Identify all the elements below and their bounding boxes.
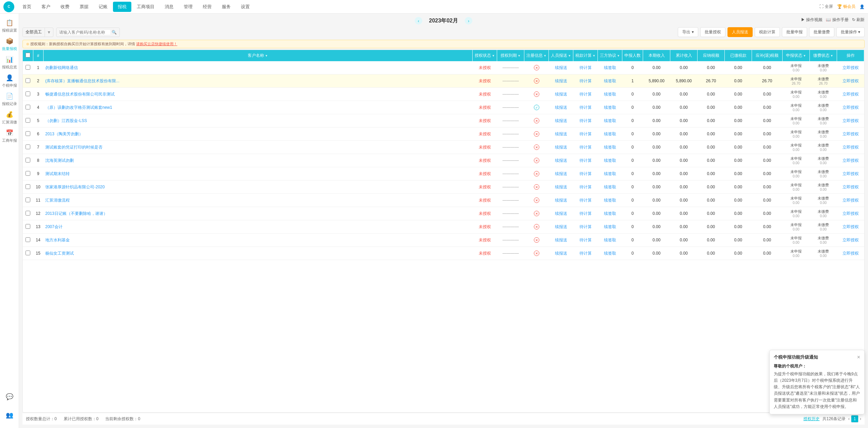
action-link[interactable]: 立即授权 [842, 185, 859, 189]
fullscreen-btn[interactable]: ⛶ 全屏 [819, 4, 833, 10]
tax-calc-link[interactable]: 待计算 [579, 185, 592, 189]
row-checkbox[interactable] [26, 237, 30, 242]
tri-link[interactable]: 续签取 [604, 158, 616, 163]
tax-calc-link[interactable]: 待计算 [579, 238, 592, 242]
row-tri-cell[interactable]: 续签取 [598, 194, 622, 207]
row-action-cell[interactable]: 立即授权 [837, 194, 864, 207]
row-checkbox[interactable] [26, 105, 30, 109]
tri-link[interactable]: 续签取 [604, 185, 616, 189]
prev-page-btn[interactable]: ‹ [848, 416, 850, 421]
row-action-cell[interactable]: 立即授权 [837, 74, 864, 88]
tax-calc-link[interactable]: 待计算 [579, 118, 592, 123]
nav-manage[interactable]: 管理 [179, 2, 197, 12]
action-link[interactable]: 立即授权 [842, 65, 859, 70]
tax-calc-link[interactable]: 待计算 [579, 251, 592, 256]
row-tri-cell[interactable]: 续签取 [598, 74, 622, 88]
action-link[interactable]: 立即授权 [842, 158, 859, 163]
name-filter-icon[interactable]: ▼ [265, 54, 268, 57]
row-action-cell[interactable]: 立即授权 [837, 207, 864, 220]
sidebar-item-tax-settings[interactable]: 📋 报税设置 [1, 17, 18, 35]
row-person-report-cell[interactable]: 续报送 [549, 88, 573, 101]
action-link[interactable]: 立即授权 [842, 79, 859, 83]
row-tri-cell[interactable]: 续签取 [598, 88, 622, 101]
tax-calc-link[interactable]: 待计算 [579, 198, 592, 203]
person-report-link[interactable]: 续报送 [555, 145, 567, 150]
nav-fee[interactable]: 收费 [56, 2, 74, 12]
sidebar-item-contacts[interactable]: 👥 [1, 406, 18, 424]
row-tri-cell[interactable]: 续签取 [598, 207, 622, 220]
sidebar-item-annual-report[interactable]: 📅 工商年报 [1, 127, 18, 145]
row-tax-calc-cell[interactable]: 待计算 [573, 101, 598, 114]
row-action-cell[interactable]: 立即授权 [837, 101, 864, 114]
row-person-report-cell[interactable]: 续报送 [549, 101, 573, 114]
operation-manual-link[interactable]: 📖 操作手册 [826, 17, 848, 23]
search-input[interactable] [59, 30, 110, 35]
row-checkbox[interactable] [26, 184, 30, 189]
nav-business[interactable]: 工商项目 [132, 2, 159, 12]
page-number[interactable]: 1 [851, 415, 858, 423]
next-month-button[interactable]: › [465, 17, 472, 24]
person-report-link[interactable]: 续报送 [555, 251, 567, 256]
batch-ops-button[interactable]: 批量操作 ▾ [836, 27, 865, 37]
row-checkbox[interactable] [26, 65, 30, 70]
row-tri-cell[interactable]: 续签取 [598, 154, 622, 167]
nav-settings[interactable]: 设置 [236, 2, 255, 12]
tax-calc-link[interactable]: 待计算 [579, 145, 592, 150]
action-link[interactable]: 立即授权 [842, 118, 859, 123]
row-person-report-cell[interactable]: 续报送 [549, 141, 573, 154]
row-person-report-cell[interactable]: 续报送 [549, 247, 573, 260]
person-report-link[interactable]: 续报送 [555, 238, 567, 242]
row-tax-calc-cell[interactable]: 待计算 [573, 88, 598, 101]
tri-link[interactable]: 续签取 [604, 224, 616, 229]
batch-auth-button[interactable]: 批量授权 [700, 27, 725, 37]
row-checkbox[interactable] [26, 198, 30, 202]
tri-link[interactable]: 续签取 [604, 171, 616, 176]
tri-link[interactable]: 续签取 [604, 79, 616, 83]
action-link[interactable]: 立即授权 [842, 211, 859, 216]
action-link[interactable]: 立即授权 [842, 251, 859, 256]
tri-link[interactable]: 续签取 [604, 145, 616, 150]
row-action-cell[interactable]: 立即授权 [837, 220, 864, 234]
person-report-link[interactable]: 续报送 [555, 185, 567, 189]
row-checkbox[interactable] [26, 144, 30, 149]
popup-close-button[interactable]: × [857, 354, 860, 360]
action-link[interactable]: 立即授权 [842, 224, 859, 229]
row-person-report-cell[interactable]: 续报送 [549, 207, 573, 220]
row-tax-calc-cell[interactable]: 待计算 [573, 74, 598, 88]
refresh-button[interactable]: ↻ 刷新 [852, 17, 865, 23]
nav-message[interactable]: 消息 [160, 2, 178, 12]
tax-calc-link[interactable]: 待计算 [579, 132, 592, 136]
sidebar-item-personal-tax[interactable]: 👤 个税申报 [1, 72, 18, 90]
row-tax-calc-cell[interactable]: 待计算 [573, 234, 598, 247]
tri-link[interactable]: 续签取 [604, 65, 616, 70]
row-tri-cell[interactable]: 续签取 [598, 247, 622, 260]
row-person-report-cell[interactable]: 续报送 [549, 127, 573, 141]
tri-link[interactable]: 续签取 [604, 211, 616, 216]
batch-pay-button[interactable]: 批量缴费 [809, 27, 834, 37]
action-link[interactable]: 立即授权 [842, 171, 859, 176]
row-checkbox[interactable] [26, 78, 30, 83]
pay-status-filter-icon[interactable]: ▼ [830, 54, 833, 57]
nav-customer[interactable]: 客户 [37, 2, 55, 12]
row-checkbox[interactable] [26, 118, 30, 123]
row-action-cell[interactable]: 立即授权 [837, 61, 864, 74]
tri-link[interactable]: 续签取 [604, 198, 616, 203]
row-tax-calc-cell[interactable]: 待计算 [573, 207, 598, 220]
row-tax-calc-cell[interactable]: 待计算 [573, 247, 598, 260]
row-action-cell[interactable]: 立即授权 [837, 141, 864, 154]
tax-calc-link[interactable]: 待计算 [579, 211, 592, 216]
row-checkbox[interactable] [26, 211, 30, 216]
row-tax-calc-cell[interactable]: 待计算 [573, 181, 598, 194]
row-tri-cell[interactable]: 续签取 [598, 167, 622, 181]
nav-home[interactable]: 首页 [18, 2, 36, 12]
person-report-link[interactable]: 续报送 [555, 105, 567, 110]
row-tax-calc-cell[interactable]: 待计算 [573, 220, 598, 234]
next-page-btn[interactable]: › [860, 416, 861, 421]
tri-filter-icon[interactable]: ▼ [617, 54, 620, 57]
tri-link[interactable]: 续签取 [604, 92, 616, 97]
row-person-report-cell[interactable]: 续报送 [549, 167, 573, 181]
row-action-cell[interactable]: 立即授权 [837, 234, 864, 247]
row-action-cell[interactable]: 立即授权 [837, 114, 864, 127]
row-tri-cell[interactable]: 续签取 [598, 114, 622, 127]
nav-service[interactable]: 服务 [217, 2, 235, 12]
